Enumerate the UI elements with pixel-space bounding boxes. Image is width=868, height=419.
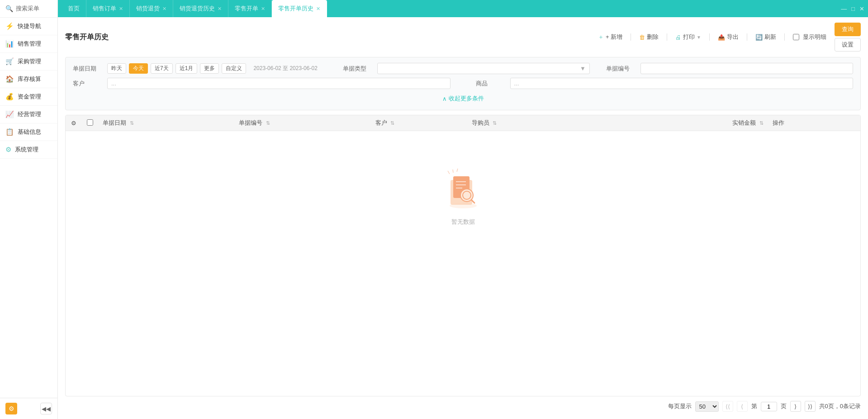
tab-retail-open-close[interactable]: ✕: [261, 6, 265, 12]
setting-button[interactable]: 设置: [835, 38, 861, 52]
page-size-label: 每页显示: [668, 402, 692, 410]
sidebar-item-sales-mgmt[interactable]: 📊 销售管理: [0, 35, 57, 53]
search-icon: 🔍: [5, 5, 13, 12]
refresh-button[interactable]: 🔄 刷新: [753, 31, 779, 43]
select-all-checkbox[interactable]: [87, 119, 93, 126]
goods-input[interactable]: ...: [510, 78, 854, 89]
add-label: + 新增: [606, 33, 622, 41]
page-label: 第: [751, 402, 757, 410]
tab-retail-history[interactable]: 零售开单历史 ✕: [272, 0, 327, 17]
sidebar-item-system[interactable]: ⚙ 系统管理: [0, 141, 57, 159]
th-number[interactable]: 单据编号 ⇅: [234, 115, 370, 131]
add-icon: ＋: [598, 33, 604, 41]
display-detail-checkbox[interactable]: [793, 34, 799, 40]
collapse-filter-btn[interactable]: ∧ 收起更多条件: [73, 93, 853, 104]
sidebar-search-label: 搜索采单: [16, 5, 39, 13]
tab-sales-return-close[interactable]: ✕: [162, 6, 166, 12]
customer-sort-icon: ⇅: [390, 120, 394, 126]
table-settings-icon[interactable]: ⚙: [71, 120, 76, 127]
base-info-icon: 📋: [5, 128, 14, 136]
divider-3: [709, 33, 710, 41]
sidebar-item-inventory[interactable]: 🏠 库存核算: [0, 71, 57, 88]
page-header: 零售开单历史 ＋ + 新增 🗑 删除 🖨 打印 ▼: [65, 23, 861, 52]
th-settings[interactable]: ⚙: [66, 115, 82, 131]
sidebar-item-base-info[interactable]: 📋 基础信息: [0, 123, 57, 141]
type-select-arrow: ▼: [580, 65, 586, 72]
print-dropdown-icon: ▼: [697, 35, 701, 40]
sidebar-bottom: ⚙ ◀◀: [0, 398, 57, 419]
operations-icon: 📈: [5, 110, 14, 118]
customer-input[interactable]: ...: [107, 78, 451, 89]
sidebar-item-label: 基础信息: [18, 128, 41, 136]
restore-icon[interactable]: □: [851, 5, 855, 12]
date-1month-btn[interactable]: 近1月: [175, 63, 198, 74]
current-page-input[interactable]: [761, 402, 777, 411]
tab-home[interactable]: 首页: [62, 0, 86, 17]
th-customer[interactable]: 客户 ⇅: [371, 115, 467, 131]
tab-sales-return[interactable]: 销货退货 ✕: [130, 0, 173, 17]
page-content: 零售开单历史 ＋ + 新增 🗑 删除 🖨 打印 ▼: [58, 17, 868, 419]
date-more-btn[interactable]: 更多: [200, 63, 219, 74]
refresh-label: 刷新: [764, 33, 776, 41]
total-info: 共0页，0条记录: [819, 402, 861, 410]
tab-sales-return-history-label: 销货退货历史: [180, 5, 215, 13]
prev-page-btn[interactable]: ⟨: [737, 401, 748, 412]
th-amount-label: 实销金额: [732, 119, 756, 126]
query-button[interactable]: 查询: [835, 23, 861, 36]
display-detail-button[interactable]: 显示明细: [790, 31, 829, 43]
date-group: 昨天 今天 近7天 近1月 更多 自定义: [107, 63, 246, 74]
add-button[interactable]: ＋ + 新增: [595, 31, 625, 43]
data-table: ⚙ 单据日期 ⇅ 单据编号 ⇅: [66, 115, 860, 262]
tab-retail-open[interactable]: 零售开单 ✕: [228, 0, 272, 17]
tab-sales-return-history[interactable]: 销货退货历史 ✕: [173, 0, 228, 17]
th-customer-label: 客户: [375, 119, 387, 126]
sidebar-item-purchase-mgmt[interactable]: 🛒 采购管理: [0, 53, 57, 71]
empty-state: 暂无数据: [66, 131, 860, 262]
filter-row-1: 单据日期 昨天 今天 近7天 近1月 更多 自定义 2023-06-02 至 2…: [73, 63, 853, 74]
page-title: 零售开单历史: [65, 33, 109, 42]
export-button[interactable]: 📤 导出: [715, 31, 741, 43]
tab-sales-return-history-close[interactable]: ✕: [218, 6, 222, 12]
sidebar-search[interactable]: 🔍 搜索采单: [0, 0, 57, 18]
minimize-icon[interactable]: —: [841, 5, 847, 12]
close-window-icon[interactable]: ✕: [859, 5, 864, 12]
svg-line-9: [448, 171, 450, 174]
th-checkbox[interactable]: [82, 115, 98, 131]
tab-bar: 首页 销售订单 ✕ 销货退货 ✕ 销货退货历史 ✕ 零售开单 ✕ 零售开单历史 …: [58, 0, 868, 17]
sidebar-item-label: 资金管理: [18, 93, 41, 101]
first-page-btn[interactable]: ⟨⟨: [722, 401, 733, 412]
number-sort-icon: ⇅: [266, 120, 270, 126]
th-spacer: [583, 115, 614, 131]
th-date[interactable]: 单据日期 ⇅: [98, 115, 234, 131]
sidebar-item-label: 采购管理: [18, 57, 41, 66]
th-actions-label: 操作: [773, 119, 784, 126]
empty-illustration: [441, 167, 486, 212]
data-table-wrapper: ⚙ 单据日期 ⇅ 单据编号 ⇅: [65, 115, 861, 396]
inventory-icon: 🏠: [5, 75, 14, 83]
next-page-btn[interactable]: ⟩: [790, 401, 801, 412]
delete-button[interactable]: 🗑 删除: [636, 31, 661, 43]
last-page-btn[interactable]: ⟩⟩: [805, 401, 816, 412]
page-size-select[interactable]: 50 10 20 100: [695, 401, 719, 412]
sidebar-item-finance[interactable]: 💰 资金管理: [0, 88, 57, 106]
th-guide[interactable]: 导购员 ⇅: [467, 115, 583, 131]
type-select[interactable]: ▼: [377, 63, 590, 74]
print-button[interactable]: 🖨 打印 ▼: [673, 31, 704, 43]
sidebar-item-operations[interactable]: 📈 经营管理: [0, 106, 57, 123]
th-date-label: 单据日期: [103, 119, 126, 126]
th-amount[interactable]: 实销金额 ⇅: [614, 115, 768, 131]
tab-retail-history-close[interactable]: ✕: [316, 6, 320, 12]
tab-sales-order[interactable]: 销售订单 ✕: [86, 0, 130, 17]
date-custom-btn[interactable]: 自定义: [222, 63, 246, 74]
sidebar-item-quick-nav[interactable]: ⚡ 快捷导航: [0, 18, 57, 35]
tab-home-label: 首页: [68, 5, 80, 13]
customer-filter-label: 客户: [73, 80, 100, 88]
tab-sales-order-close[interactable]: ✕: [119, 6, 123, 12]
date-7days-btn[interactable]: 近7天: [151, 63, 173, 74]
sidebar-collapse-button[interactable]: ◀◀: [40, 403, 52, 414]
date-yesterday-btn[interactable]: 昨天: [107, 63, 126, 74]
number-input[interactable]: [640, 63, 853, 74]
settings-gear-button[interactable]: ⚙: [5, 403, 17, 414]
svg-line-10: [453, 169, 453, 173]
date-today-btn[interactable]: 今天: [129, 63, 148, 74]
